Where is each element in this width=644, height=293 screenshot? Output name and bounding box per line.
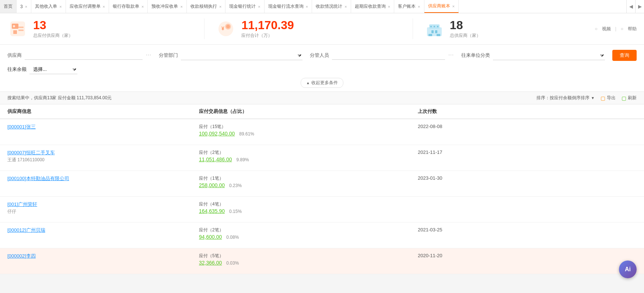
nav-item-collection[interactable]: 收款核销执行 × — [187, 0, 225, 13]
close-icon[interactable]: × — [258, 4, 260, 9]
stat-block-payable-total: ¥ 11,170.39 应付合计（万） — [216, 18, 413, 39]
close-icon[interactable]: × — [25, 4, 27, 9]
result-right-actions: 排序：按应付余额倒序排序 ▼ ▢ 导出 ▢ 刷新 — [536, 95, 637, 101]
svg-rect-14 — [430, 26, 432, 27]
table-area: 供应商信息 应付交易信息（占比） 上次付数 [000001]张三 应付（15笔）… — [0, 104, 644, 274]
export-label: 导出 — [607, 95, 616, 101]
nav-item-cash-stats[interactable]: 现金银行统计 × — [225, 0, 264, 13]
close-icon[interactable]: × — [103, 4, 105, 9]
person-input[interactable] — [332, 51, 445, 60]
supplier-link[interactable]: [000007]恒旺二手叉车 — [7, 149, 199, 156]
nav-item-customer-ledger[interactable]: 客户账本 × — [394, 0, 424, 13]
nav-label-other-income: 其他收入单 — [35, 3, 57, 10]
tx-label: 应付（2笔） — [199, 227, 418, 233]
supplier-link[interactable]: [000002]李四 — [7, 253, 199, 259]
nav-item-collection-stats[interactable]: 收款情况统计 × — [312, 0, 351, 13]
nav-item-advance[interactable]: 预收冲应收单 × — [148, 0, 186, 13]
result-bar: 搜索结果中，供应商13家 应付金额 111,703,854.00元 排序：按应付… — [0, 92, 644, 104]
svg-rect-4 — [18, 30, 24, 31]
close-icon[interactable]: × — [452, 4, 455, 8]
sort-arrow-icon: ▼ — [591, 96, 595, 100]
nav-label-home: 首页 — [4, 3, 13, 10]
dept-field: 分管部门 ▼ — [159, 51, 303, 60]
supplier-link[interactable]: [000100]本特勤油品有限公司 — [7, 175, 199, 182]
tx-percent: 0.15% — [229, 209, 242, 214]
svg-rect-16 — [437, 26, 438, 27]
tx-amount[interactable]: 11,051,486.00 — [199, 156, 232, 162]
nav-item-home[interactable]: 首页 — [0, 0, 17, 13]
help-link[interactable]: 帮助 — [628, 26, 637, 32]
header-stats: 13 总应付供应商（家） ¥ 11,170.39 应付合计（万） — [0, 13, 644, 45]
tx-row: 94,600.00 0.08% — [199, 234, 418, 240]
export-icon: ▢ — [601, 95, 605, 101]
balance-select-wrapper: 选择... ▼ — [29, 65, 77, 74]
close-icon[interactable]: × — [180, 4, 182, 9]
nav-label-cash-flow: 现金银行流水查询 — [268, 3, 304, 10]
tx-percent: 0.23% — [229, 183, 242, 188]
supplier-info-cell: [000001]张三 — [7, 124, 199, 130]
nav-item-adjustment[interactable]: 应收应付调整单 × — [66, 0, 109, 13]
tx-amount[interactable]: 32,366.00 — [199, 260, 222, 266]
svg-text:¥: ¥ — [221, 25, 224, 31]
close-icon[interactable]: × — [306, 4, 308, 9]
nav-item-3[interactable]: 3 × — [17, 0, 31, 13]
video-link[interactable]: 视频 — [602, 26, 611, 32]
dept-select[interactable] — [181, 51, 303, 60]
balance-select[interactable]: 选择... — [29, 65, 77, 74]
payable-suppliers-text: 13 总应付供应商（家） — [33, 19, 73, 39]
supplier-input[interactable] — [25, 51, 143, 60]
nav-label-adjustment: 应收应付调整单 — [70, 3, 101, 10]
tx-amount[interactable]: 94,600.00 — [199, 234, 222, 240]
query-button[interactable]: 查询 — [612, 50, 637, 61]
nav-label-bank-deposit: 银行存取款单 — [113, 3, 139, 10]
last-pay-cell: 2021-03-25 — [418, 227, 637, 232]
supplier-sub: 仔仔 — [7, 208, 199, 215]
payable-total-text: 11,170.39 应付合计（万） — [241, 19, 294, 39]
export-action[interactable]: ▢ 导出 — [601, 95, 616, 101]
tx-percent: 0.08% — [226, 235, 239, 240]
supplier-link[interactable]: [000001]张三 — [7, 124, 199, 130]
supplier-dots-icon[interactable]: ··· — [146, 51, 151, 58]
total-suppliers-number: 18 — [450, 19, 481, 31]
sort-selector[interactable]: 排序：按应付余额倒序排序 ▼ — [536, 95, 595, 101]
nav-label-collection: 收款核销执行 — [190, 3, 217, 10]
tx-row: 100,092,540.00 89.61% — [199, 131, 418, 137]
col-header-lastpay: 上次付数 — [418, 108, 637, 115]
nav-item-cash-flow[interactable]: 现金银行流水查询 × — [265, 0, 312, 13]
nav-item-overdue[interactable]: 超期应收款查询 × — [351, 0, 394, 13]
supplier-link[interactable]: [001]广州荣轩 — [7, 201, 199, 208]
circle-icon2: ○ — [621, 26, 623, 31]
close-icon[interactable]: × — [141, 4, 144, 9]
close-icon[interactable]: × — [344, 4, 347, 9]
tx-amount[interactable]: 100,092,540.00 — [199, 131, 235, 137]
close-icon[interactable]: × — [59, 4, 62, 9]
svg-rect-3 — [18, 27, 24, 28]
supplier-link[interactable]: [000012]广州贝瑞 — [7, 227, 199, 234]
search-area: 供应商 ··· 分管部门 ▼ 分管人员 ··· 往来单位分类 — [0, 45, 644, 92]
person-label: 分管人员 — [310, 52, 329, 59]
collapse-button[interactable]: ▲ 收起更多条件 — [301, 78, 343, 88]
refresh-action[interactable]: ▢ 刷新 — [622, 95, 637, 101]
header-links: ○ 视频 | ○ 帮助 — [595, 26, 637, 32]
close-icon[interactable]: × — [219, 4, 221, 9]
tx-info-cell: 应付（2笔） 94,600.00 0.08% — [199, 227, 418, 240]
tx-row: 258,000.00 0.23% — [199, 182, 418, 188]
tx-amount[interactable]: 164,635.90 — [199, 208, 225, 214]
nav-prev-arrow[interactable]: ◀ — [626, 0, 635, 13]
person-dots-icon[interactable]: ··· — [448, 51, 454, 58]
tx-amount[interactable]: 258,000.00 — [199, 182, 225, 188]
nav-next-arrow[interactable]: ▶ — [635, 0, 644, 13]
table-row: [000012]广州贝瑞 应付（2笔） 94,600.00 0.08% 2021… — [0, 223, 644, 248]
dept-select-wrapper: ▼ — [181, 51, 303, 60]
close-icon[interactable]: × — [418, 4, 420, 9]
payable-total-icon: ¥ — [216, 18, 236, 39]
nav-item-bank-deposit[interactable]: 银行存取款单 × — [109, 0, 148, 13]
table-row: [000100]本特勤油品有限公司 应付（1笔） 258,000.00 0.23… — [0, 171, 644, 197]
svg-rect-15 — [434, 26, 435, 27]
nav-item-other-income[interactable]: 其他收入单 × — [31, 0, 66, 13]
close-icon[interactable]: × — [388, 4, 390, 9]
nav-item-supplier-ledger[interactable]: 供应商账本 × — [424, 0, 459, 13]
separator: | — [615, 26, 616, 31]
unit-select[interactable] — [493, 51, 605, 60]
tx-percent: 89.61% — [239, 131, 254, 137]
